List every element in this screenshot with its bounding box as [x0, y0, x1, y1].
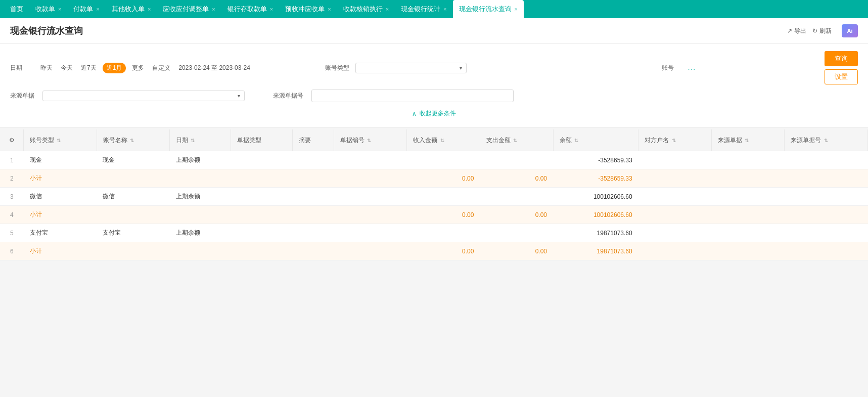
date-opt-custom[interactable]: 自定义 [150, 63, 172, 73]
table-body: 1现金现金上期余额-3528659.332小计0.000.00-3528659.… [0, 151, 868, 260]
sort-icon: ⇅ [191, 138, 195, 143]
query-button[interactable]: 查询 [825, 51, 858, 66]
cell-expense [480, 151, 553, 169]
cell-account-type: 现金 [24, 151, 97, 169]
table-header-income[interactable]: 收入金额 ⇅ [407, 129, 480, 151]
table-header-row: ⚙ 账号类型 ⇅ 账号名称 ⇅ 日期 ⇅ 单据类型 摘要 [0, 129, 868, 151]
cell-doc-no [334, 242, 407, 260]
cell-income [407, 151, 480, 169]
collapse-bar[interactable]: ∧ 收起更多条件 [10, 107, 858, 120]
source-doc-no-input[interactable] [311, 90, 514, 102]
cell-counter-party [638, 224, 712, 242]
close-icon[interactable]: × [443, 6, 446, 12]
nav-item-bank-flow[interactable]: 现金银行流水查询 × [453, 0, 524, 18]
filter-row-source: 来源单据 ▾ 来源单据号 [10, 90, 858, 102]
cell-index: 2 [0, 169, 24, 188]
nav-item-payment[interactable]: 付款单 × [67, 0, 105, 18]
cell-income: 0.00 [407, 206, 480, 224]
table-container: ⚙ 账号类型 ⇅ 账号名称 ⇅ 日期 ⇅ 单据类型 摘要 [0, 129, 868, 260]
cell-source-doc-no [785, 151, 868, 169]
cell-account-type: 小计 [24, 206, 97, 224]
close-icon[interactable]: × [96, 6, 99, 12]
nav-item-receipt[interactable]: 收款单 × [29, 0, 67, 18]
date-opt-yesterday[interactable]: 昨天 [38, 63, 55, 73]
close-icon[interactable]: × [515, 6, 518, 12]
close-icon[interactable]: × [386, 6, 389, 12]
table-header-balance[interactable]: 余额 ⇅ [553, 129, 638, 151]
cell-summary [292, 206, 334, 224]
cell-source-doc [711, 206, 785, 224]
filter-row-date: 日期 昨天 今天 近7天 近1月 更多 自定义 2023-02-24 至 202… [10, 51, 858, 84]
table-header-settings[interactable]: ⚙ [0, 129, 24, 151]
date-opt-today[interactable]: 今天 [59, 63, 75, 73]
nav-item-bank-stats[interactable]: 现金银行统计 × [395, 0, 452, 18]
close-icon[interactable]: × [212, 6, 215, 12]
cell-account-name: 现金 [97, 151, 170, 169]
date-opt-1month[interactable]: 近1月 [103, 63, 126, 73]
cell-doc-type [231, 206, 292, 224]
data-table: ⚙ 账号类型 ⇅ 账号名称 ⇅ 日期 ⇅ 单据类型 摘要 [0, 129, 868, 260]
sort-icon: ⇅ [367, 138, 371, 143]
cell-expense [480, 188, 553, 206]
ai-button[interactable]: Ai [842, 24, 858, 37]
nav-item-verification[interactable]: 收款核销执行 × [337, 0, 395, 18]
cell-index: 1 [0, 151, 24, 169]
table-header-expense[interactable]: 支出金额 ⇅ [480, 129, 553, 151]
table-header-source-doc-no[interactable]: 来源单据号 ⇅ [785, 129, 868, 151]
cell-summary [292, 224, 334, 242]
nav-item-bank-deposit[interactable]: 银行存取款单 × [221, 0, 279, 18]
top-navigation: 首页 收款单 × 付款单 × 其他收入单 × 应收应付调整单 × 银行存取款单 … [0, 0, 868, 18]
cell-balance: 100102606.60 [553, 188, 638, 206]
cell-index: 3 [0, 188, 24, 206]
cell-expense [480, 224, 553, 242]
table-header-account-type[interactable]: 账号类型 ⇅ [24, 129, 97, 151]
cell-income [407, 188, 480, 206]
page-header: 现金银行流水查询 ↗ 导出 ↻ 刷新 Ai [0, 18, 868, 44]
close-icon[interactable]: × [148, 6, 151, 12]
sort-icon: ⇅ [672, 138, 676, 143]
table-header-doc-no[interactable]: 单据编号 ⇅ [334, 129, 407, 151]
cell-date: 上期余额 [170, 224, 231, 242]
cell-source-doc [711, 224, 785, 242]
export-button[interactable]: ↗ 导出 [787, 27, 806, 35]
settings-icon[interactable]: ⚙ [6, 135, 17, 146]
source-doc-select[interactable]: ▾ [42, 91, 245, 101]
cell-date: 上期余额 [170, 151, 231, 169]
cell-source-doc [711, 151, 785, 169]
chevron-down-icon: ▾ [460, 65, 462, 71]
page-title: 现金银行流水查询 [10, 25, 83, 37]
settings-button[interactable]: 设置 [825, 69, 858, 84]
cell-counter-party [638, 169, 712, 188]
cell-doc-type [231, 169, 292, 188]
date-opt-more[interactable]: 更多 [130, 63, 146, 73]
cell-doc-no [334, 206, 407, 224]
account-more-dots[interactable]: ... [688, 64, 696, 71]
sort-icon: ⇅ [440, 138, 444, 143]
date-opt-7days[interactable]: 近7天 [79, 63, 99, 73]
table-header-counter-party[interactable]: 对方户名 ⇅ [638, 129, 712, 151]
cell-account-name [97, 242, 170, 260]
table-header-source-doc[interactable]: 来源单据 ⇅ [711, 129, 785, 151]
refresh-button[interactable]: ↻ 刷新 [812, 27, 832, 35]
nav-item-home[interactable]: 首页 [4, 0, 29, 18]
table-header-date[interactable]: 日期 ⇅ [170, 129, 231, 151]
cell-date [170, 206, 231, 224]
cell-doc-type [231, 188, 292, 206]
cell-doc-no [334, 169, 407, 188]
close-icon[interactable]: × [270, 6, 273, 12]
cell-doc-no [334, 188, 407, 206]
sort-icon: ⇅ [57, 138, 61, 143]
cell-balance: 100102606.60 [553, 206, 638, 224]
cell-balance: -3528659.33 [553, 151, 638, 169]
close-icon[interactable]: × [58, 6, 61, 12]
account-type-select[interactable]: ▾ [355, 63, 467, 73]
cell-source-doc [711, 242, 785, 260]
close-icon[interactable]: × [328, 6, 331, 12]
chevron-down-icon: ▾ [238, 93, 240, 99]
table-header-account-name[interactable]: 账号名称 ⇅ [97, 129, 170, 151]
source-doc-no-label: 来源单据号 [273, 92, 303, 100]
nav-item-adjustment[interactable]: 应收应付调整单 × [157, 0, 221, 18]
account-label: 账号 [662, 64, 682, 72]
nav-item-advance[interactable]: 预收冲应收单 × [279, 0, 337, 18]
nav-item-other-income[interactable]: 其他收入单 × [106, 0, 157, 18]
